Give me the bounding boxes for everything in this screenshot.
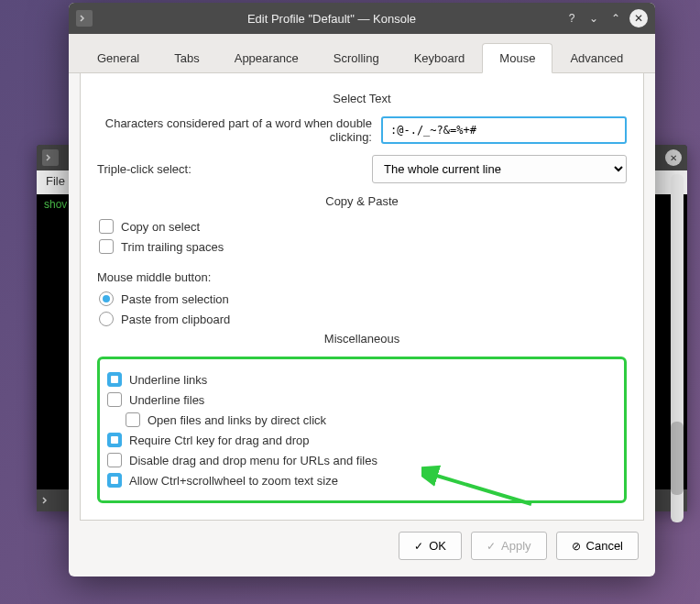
close-icon[interactable]: ✕	[629, 9, 648, 27]
section-copy-paste: Copy & Paste	[97, 194, 627, 208]
section-misc: Miscellaneous	[97, 332, 627, 346]
help-icon[interactable]: ?	[563, 10, 580, 27]
underline-files-row[interactable]: Underline files	[105, 392, 618, 407]
dialog-footer: ✓ OK ✓ Apply ⊘ Cancel	[69, 532, 655, 577]
tab-keyboard[interactable]: Keyboard	[397, 43, 483, 72]
tab-bar: General Tabs Appearance Scrolling Keyboa…	[69, 34, 655, 73]
tab-scrolling[interactable]: Scrolling	[316, 43, 397, 72]
copy-on-select-row[interactable]: Copy on select	[97, 219, 627, 234]
ctrl-scroll-zoom-row[interactable]: Allow Ctrl+scrollwheel to zoom text size	[105, 473, 618, 488]
annotation-highlight: Underline links Underline files Open fil…	[97, 357, 627, 503]
paste-selection-label: Paste from selection	[121, 292, 229, 306]
underline-files-label: Underline files	[129, 393, 204, 407]
apply-label: Apply	[501, 539, 531, 553]
paste-clipboard-radio[interactable]	[99, 312, 114, 326]
triple-click-select[interactable]: The whole current line	[372, 155, 627, 183]
trim-trailing-row[interactable]: Trim trailing spaces	[97, 239, 627, 254]
check-icon: ✓	[414, 540, 423, 553]
check-icon: ✓	[487, 540, 496, 553]
ok-label: OK	[429, 539, 446, 553]
trim-trailing-checkbox[interactable]	[99, 239, 114, 254]
disable-dnd-row[interactable]: Disable drag and drop menu for URLs and …	[105, 453, 618, 467]
copy-on-select-label: Copy on select	[121, 220, 200, 234]
triple-click-label: Triple-click select:	[97, 162, 363, 176]
tab-advanced[interactable]: Advanced	[552, 43, 640, 72]
require-ctrl-label: Require Ctrl key for drag and drop	[129, 434, 310, 447]
terminal-icon	[42, 492, 51, 509]
ctrl-scroll-zoom-label: Allow Ctrl+scrollwheel to zoom text size	[129, 474, 338, 488]
require-ctrl-row[interactable]: Require Ctrl key for drag and drop	[105, 433, 618, 447]
cancel-icon: ⊘	[572, 540, 581, 553]
apply-button[interactable]: ✓ Apply	[471, 532, 547, 560]
tab-appearance[interactable]: Appearance	[217, 43, 316, 72]
middle-button-label: Mouse middle button:	[97, 270, 627, 284]
word-chars-input[interactable]	[381, 116, 627, 144]
disable-dnd-label: Disable drag and drop menu for URLs and …	[129, 454, 377, 467]
open-direct-checkbox[interactable]	[126, 412, 140, 427]
minimize-icon[interactable]: ⌄	[585, 10, 602, 27]
edit-profile-dialog: Edit Profile "Default" — Konsole ? ⌄ ⌃ ✕…	[69, 3, 655, 577]
cancel-label: Cancel	[586, 539, 623, 553]
tab-general[interactable]: General	[80, 43, 157, 72]
word-chars-row: Characters considered part of a word whe…	[97, 116, 627, 144]
require-ctrl-checkbox[interactable]	[107, 433, 122, 447]
maximize-icon[interactable]: ⌃	[607, 10, 624, 27]
paste-clipboard-row[interactable]: Paste from clipboard	[97, 312, 627, 326]
ctrl-scroll-zoom-checkbox[interactable]	[107, 473, 122, 488]
paste-selection-row[interactable]: Paste from selection	[97, 291, 627, 306]
triple-click-row: Triple-click select: The whole current l…	[97, 155, 627, 183]
copy-on-select-checkbox[interactable]	[99, 219, 114, 234]
dialog-title: Edit Profile "Default" — Konsole	[100, 12, 563, 26]
tab-content: Select Text Characters considered part o…	[80, 73, 644, 521]
paste-clipboard-label: Paste from clipboard	[121, 313, 230, 326]
underline-links-row[interactable]: Underline links	[105, 372, 618, 387]
underline-links-checkbox[interactable]	[107, 372, 122, 387]
tab-tabs[interactable]: Tabs	[157, 43, 216, 72]
page-scrollbar-thumb[interactable]	[671, 422, 684, 495]
disable-dnd-checkbox[interactable]	[107, 453, 122, 467]
open-direct-row[interactable]: Open files and links by direct click	[105, 412, 618, 427]
word-chars-label: Characters considered part of a word whe…	[97, 116, 372, 144]
dialog-titlebar[interactable]: Edit Profile "Default" — Konsole ? ⌄ ⌃ ✕	[69, 3, 655, 34]
app-icon	[76, 10, 93, 27]
underline-files-checkbox[interactable]	[107, 392, 122, 407]
tab-mouse[interactable]: Mouse	[482, 43, 552, 73]
cancel-button[interactable]: ⊘ Cancel	[556, 532, 639, 560]
paste-selection-radio[interactable]	[99, 291, 114, 306]
open-direct-label: Open files and links by direct click	[148, 413, 326, 427]
trim-trailing-label: Trim trailing spaces	[121, 240, 224, 254]
bg-prompt-text: shov	[44, 198, 67, 211]
section-select-text: Select Text	[97, 92, 627, 105]
bg-close-icon[interactable]: ✕	[665, 149, 682, 166]
terminal-icon	[42, 149, 59, 166]
ok-button[interactable]: ✓ OK	[399, 532, 462, 560]
underline-links-label: Underline links	[129, 373, 207, 387]
